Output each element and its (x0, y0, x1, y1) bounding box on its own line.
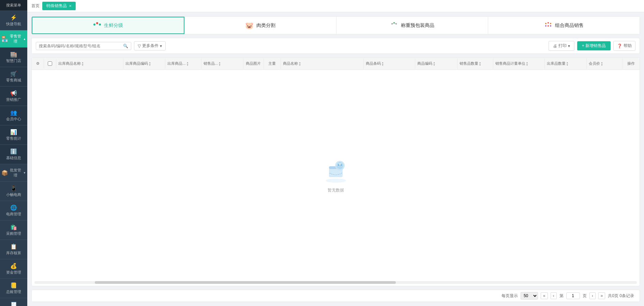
help-icon: ❓ (617, 44, 622, 48)
sidebar-item-label: 智慧门店 (6, 58, 21, 63)
th-saleunit-label: 销售商品计量单位 (495, 61, 525, 66)
sort-arrows[interactable]: ▲▼ (81, 61, 84, 66)
sort-arrows[interactable]: ▲▼ (219, 61, 221, 66)
invoice-icon: 🧾 (10, 302, 17, 306)
sidebar-item-retail-mgmt[interactable]: 🏪 零售管理 ▲ (0, 30, 27, 48)
svg-point-18 (336, 162, 343, 169)
sidebar-item-wholesale-mgmt[interactable]: 📦 批发管理 ▼ (0, 164, 27, 182)
sidebar-item-smart-store[interactable]: 🏬 智慧门店 (0, 48, 27, 67)
filter-button[interactable]: ▽ 更多条件 ▾ (134, 41, 166, 50)
toolbar-right: 🖨 打印 ▾ + 新增销售品 ❓ 帮助 (549, 41, 635, 51)
sort-arrows[interactable]: ▲▼ (601, 61, 603, 66)
sidebar-item-finance[interactable]: 💰 资金管理 (0, 259, 27, 279)
sidebar-item-label: 总账管理 (6, 289, 21, 294)
svg-point-11 (545, 25, 546, 27)
sidebar-item-purchase-mgmt[interactable]: 🛍️ 采购管理 (0, 220, 27, 240)
sidebar-item-quick-nav[interactable]: ⚡ 快捷导航 (0, 11, 27, 30)
sidebar-item-retail-stat[interactable]: 📊 零售统计 (0, 125, 27, 145)
home-link[interactable]: 首页 (31, 3, 40, 9)
ledger-icon: 📒 (10, 282, 17, 289)
svg-point-2 (99, 24, 101, 26)
per-page-select[interactable]: 50 10 20 100 (521, 292, 538, 300)
th-name: 商品名称 ▲▼ (281, 58, 364, 69)
meat-cut-label: 肉类分割 (256, 22, 275, 29)
svg-point-10 (550, 23, 551, 24)
sort-arrows[interactable]: ▲▼ (381, 61, 384, 66)
sidebar-item-sale-promo[interactable]: 📢 营销推广 (0, 87, 27, 106)
help-button[interactable]: ❓ 帮助 (613, 41, 635, 51)
th-main: 主量 (264, 58, 281, 69)
sidebar-item-label: 库存核算 (6, 250, 21, 256)
sidebar-item-basic-info[interactable]: ℹ️ 基础信息 (0, 145, 27, 164)
page-number-input[interactable] (566, 292, 580, 299)
category-tab-weigh-pack[interactable]: 称重预包装商品 (336, 17, 488, 34)
svg-point-14 (326, 179, 346, 183)
th-settings[interactable]: ⚙ (32, 59, 44, 68)
settings-icon: ⚙ (36, 61, 40, 66)
th-outqty: 出库品数量 ▲▼ (545, 58, 587, 69)
sort-arrows[interactable]: ▲▼ (299, 61, 301, 66)
sort-arrows[interactable]: ▲▼ (186, 61, 189, 66)
prev-page-button[interactable]: ‹ (551, 292, 557, 299)
search-icon[interactable]: 🔍 (123, 44, 128, 48)
sidebar-item-label: 会员中心 (6, 117, 21, 122)
cart-icon: 🛒 (10, 71, 17, 77)
sort-arrows[interactable]: ▲▼ (433, 61, 435, 66)
sidebar-item-label: 基础信息 (6, 155, 21, 160)
weigh-pack-label: 称重预包装商品 (401, 22, 434, 29)
filter-label: 更多条件 (142, 43, 159, 49)
sidebar-item-invoice[interactable]: 🧾 发票管理 (0, 298, 27, 306)
sort-arrows[interactable]: ▲▼ (566, 61, 569, 66)
page-body: 生鲜分级 🐷 肉类分割 称重预包装商品 (27, 12, 644, 306)
sidebar-item-ecommerce-mgmt[interactable]: 🌐 电商管理 (0, 201, 27, 220)
sidebar-item-inventory[interactable]: 📋 库存核算 (0, 240, 27, 259)
sort-arrows[interactable]: ▲▼ (149, 61, 151, 66)
last-page-button[interactable]: » (598, 292, 605, 299)
sidebar-logo[interactable]: 搜索菜单 (0, 0, 27, 11)
category-tab-fresh-grade[interactable]: 生鲜分级 (32, 17, 184, 34)
active-tab[interactable]: 特殊销售品 ✕ (42, 2, 76, 10)
purchase-icon: 🛍️ (10, 224, 17, 230)
svg-point-13 (550, 25, 551, 27)
sidebar-item-retail-mall[interactable]: 🛒 零售商城 (0, 67, 27, 87)
svg-point-20 (341, 164, 342, 166)
svg-point-12 (548, 25, 549, 27)
combo-icon (544, 21, 552, 29)
category-tab-combo-sale[interactable]: 组合商品销售 (488, 17, 640, 34)
sidebar-item-member-center[interactable]: 👥 会员中心 (0, 106, 27, 125)
sidebar-item-ledger[interactable]: 📒 总账管理 (0, 279, 27, 298)
th-salecode: 销售品... ▲▼ (201, 58, 243, 69)
th-outqty-label: 出库品数量 (547, 61, 566, 66)
empty-state: 暂无数据 (322, 156, 349, 193)
sort-arrows[interactable]: ▲▼ (526, 61, 528, 66)
th-op: 操作 (623, 58, 640, 69)
th-itemcode: 商品编码 ▲▼ (415, 58, 457, 69)
sidebar-item-label: 批发管理 (10, 168, 21, 178)
horizontal-scrollbar[interactable] (32, 279, 640, 286)
next-page-button[interactable]: › (589, 292, 596, 299)
th-main-label: 主量 (268, 61, 276, 66)
category-tabs: 生鲜分级 🐷 肉类分割 称重预包装商品 (31, 16, 640, 34)
th-saleqty: 销售品数量 ▲▼ (458, 58, 493, 69)
total-label: 共0页 0条记录 (608, 293, 634, 299)
th-outspec-label: 出库商品... (167, 61, 185, 66)
info-icon: ℹ️ (10, 148, 17, 155)
tab-close-icon[interactable]: ✕ (69, 4, 72, 8)
th-barcode-label: 商品条码 (366, 61, 381, 66)
sidebar-item-label: 采购管理 (6, 231, 21, 236)
search-box[interactable]: 🔍 (36, 42, 131, 50)
category-tab-meat-cut[interactable]: 🐷 肉类分割 (184, 17, 336, 34)
first-page-button[interactable]: « (541, 292, 548, 299)
table-body: 暂无数据 (32, 70, 640, 279)
print-button[interactable]: 🖨 打印 ▾ (549, 41, 574, 51)
search-input[interactable] (39, 44, 122, 48)
th-outspec: 出库商品... ▲▼ (165, 58, 201, 69)
svg-point-9 (548, 22, 549, 24)
sidebar-item-mini-ecommerce[interactable]: 📱 小畅电商 (0, 182, 27, 201)
select-all-checkbox[interactable] (48, 61, 52, 66)
svg-point-1 (96, 22, 98, 24)
new-sale-button[interactable]: + 新增销售品 (577, 41, 611, 50)
sidebar-item-label: 零售统计 (6, 136, 21, 141)
th-checkbox[interactable] (44, 59, 56, 68)
sort-arrows[interactable]: ▲▼ (479, 61, 481, 66)
